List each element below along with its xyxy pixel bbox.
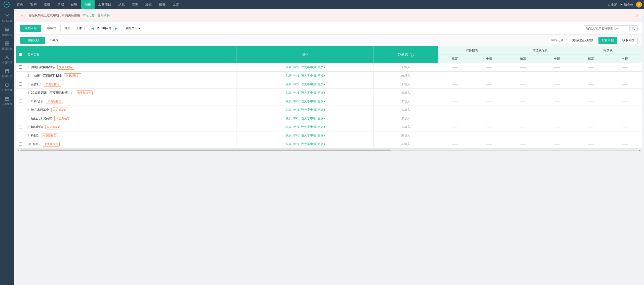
scroll-left-arrow[interactable]: ◀ [17, 149, 19, 152]
declare-link[interactable]: 申报 [293, 125, 299, 129]
nav-tax[interactable]: 报税 [81, 0, 95, 9]
row-checkbox[interactable] [16, 63, 25, 72]
sidebar-item-tax-settings[interactable]: 报税设置 [0, 11, 14, 25]
sidebar-item-annual[interactable]: 工商年报 [0, 94, 14, 108]
row-checkbox[interactable] [16, 123, 25, 131]
set-zero-link[interactable]: 设为零申报 [301, 82, 316, 86]
banner-link2[interactable]: 立即购买 [98, 13, 110, 18]
select-all-checkbox[interactable] [19, 53, 22, 56]
set-zero-link[interactable]: 设为零申报 [301, 125, 316, 129]
tab-zero-declare[interactable]: 零申报 [43, 25, 61, 32]
declare-link[interactable]: 申报 [293, 108, 299, 112]
member-btn[interactable]: ▶ 畅会员 [620, 3, 633, 7]
more-btn[interactable]: 更多▾ [318, 100, 325, 103]
row-checkbox[interactable] [16, 97, 25, 106]
tax-table-link[interactable]: 税表 [286, 134, 292, 137]
row-financial-declare: —— [472, 97, 506, 106]
set-zero-link[interactable]: 设为零申报 [301, 65, 316, 69]
declare-link[interactable]: 申报 [293, 74, 299, 77]
row-checkbox[interactable] [16, 89, 25, 97]
batch-declare-btn[interactable]: 批量申报 [598, 37, 617, 44]
more-btn[interactable]: 更多▾ [318, 74, 325, 77]
avatar[interactable]: U [636, 2, 642, 8]
row-checkbox[interactable] [16, 72, 25, 80]
scroll-right-arrow[interactable]: ▶ [639, 149, 641, 152]
declare-link[interactable]: 申报 [293, 134, 299, 137]
fullscreen-btn[interactable]: □ 全屏 [608, 3, 617, 7]
more-btn[interactable]: 更多▾ [318, 142, 325, 146]
tax-table-link[interactable]: 税表 [286, 142, 292, 146]
staff-select[interactable]: 全部员工 ▾ [123, 25, 142, 31]
search-input[interactable] [584, 26, 629, 31]
declare-link[interactable]: 申报 [293, 91, 299, 94]
declare-link[interactable]: 申报 [293, 117, 299, 120]
nav-business[interactable]: 工商项目 [95, 0, 115, 9]
more-btn[interactable]: 更多▾ [318, 91, 325, 94]
banner-link1[interactable]: 申报汇签 [83, 13, 95, 18]
declare-link[interactable]: 申报 [293, 65, 299, 69]
more-btn[interactable]: 更多▾ [318, 125, 325, 129]
declare-record-btn[interactable]: 申报记录 [548, 37, 567, 44]
set-zero-link[interactable]: 设为零申报 [301, 91, 316, 94]
sidebar-item-overview[interactable]: 报税总览 [0, 39, 14, 53]
scroll-track[interactable] [20, 150, 638, 151]
tax-table-link[interactable]: 税表 [286, 100, 292, 103]
row-checkbox[interactable] [16, 140, 25, 149]
set-zero-link[interactable]: 设为零申报 [301, 117, 316, 120]
sidebar-item-settle[interactable]: 汇算清缴 [0, 80, 14, 94]
nav-bookkeeping[interactable]: 记账 [67, 0, 81, 9]
th-financial-declare: 申报 [472, 55, 506, 63]
date-next-btn[interactable]: ▶ [113, 26, 119, 31]
region-info-icon[interactable]: ℹ [84, 27, 86, 30]
declare-link[interactable]: 申报 [293, 100, 299, 103]
row-checkbox[interactable] [16, 131, 25, 140]
nav-invoice[interactable]: 票据 [54, 0, 67, 9]
row-taxreturn-declare: —— [540, 123, 574, 131]
set-zero-link[interactable]: 设为零申报 [301, 74, 316, 77]
more-btn[interactable]: 更多▾ [318, 82, 325, 86]
more-btn[interactable]: 更多▾ [318, 134, 325, 137]
status-badge: 未更新核定 [46, 99, 63, 104]
nav-message[interactable]: 消息 [115, 0, 128, 9]
tab-tax-declare[interactable]: 税款申报 [20, 25, 41, 32]
nav-management[interactable]: 管理 [128, 0, 142, 9]
tax-table-link[interactable]: 税表 [286, 74, 292, 77]
tax-table-link[interactable]: 税表 [286, 125, 292, 129]
sidebar-item-batch-tax[interactable]: 批量报税 [0, 25, 14, 39]
sub-tab-general[interactable]: 一般的税人 [20, 37, 45, 44]
tax-table-link[interactable]: 税表 [286, 91, 292, 94]
collect-receipt-btn[interactable]: 收取回执 [619, 37, 638, 44]
set-zero-link[interactable]: 设为零申报 [301, 134, 316, 137]
row-checkbox[interactable] [16, 106, 25, 114]
sidebar-item-personal-tax[interactable]: 个税申报 [0, 53, 14, 66]
th-financial-group: 财务报表 [438, 46, 506, 55]
declare-link[interactable]: 申报 [293, 82, 299, 86]
sidebar-item-tax-record[interactable]: 报税记录 [0, 66, 14, 80]
nav-settings[interactable]: 设置 [169, 0, 183, 9]
sub-tab-small[interactable]: 小规模 [45, 37, 63, 44]
svg-rect-7 [5, 44, 7, 45]
nav-operation[interactable]: 经营 [142, 0, 155, 9]
nav-home[interactable]: 首页 [13, 0, 27, 9]
set-zero-link[interactable]: 设为零申报 [301, 100, 316, 103]
declare-link[interactable]: 申报 [293, 142, 299, 146]
tax-table-link[interactable]: 税表 [286, 117, 292, 120]
tax-table-link[interactable]: 税表 [286, 82, 292, 86]
nav-service[interactable]: 服务 [155, 0, 169, 9]
tax-table-link[interactable]: 税表 [286, 108, 292, 112]
row-checkbox[interactable] [16, 80, 25, 89]
row-checkbox[interactable] [16, 114, 25, 123]
tax-table-link[interactable]: 税表 [286, 65, 292, 69]
nav-customer[interactable]: 客户 [27, 0, 40, 9]
banner-close[interactable]: ✕ [636, 14, 639, 18]
search-button[interactable]: 🔍 [629, 26, 637, 31]
date-prev-btn[interactable]: ◀ [90, 26, 95, 31]
table-row: 10 科目2 未更新核定 税表 申报 设为零申报 更多▾ 未填入 —— —— —… [16, 140, 642, 149]
set-zero-link[interactable]: 设为零申报 [301, 142, 316, 146]
more-btn[interactable]: 更多▾ [318, 117, 325, 120]
more-btn[interactable]: 更多▾ [318, 65, 325, 69]
set-zero-link[interactable]: 设为零申报 [301, 108, 316, 112]
update-tax-btn[interactable]: 更新税定及取数 [569, 37, 596, 44]
nav-billing[interactable]: 收费 [40, 0, 54, 9]
more-btn[interactable]: 更多▾ [318, 108, 325, 112]
